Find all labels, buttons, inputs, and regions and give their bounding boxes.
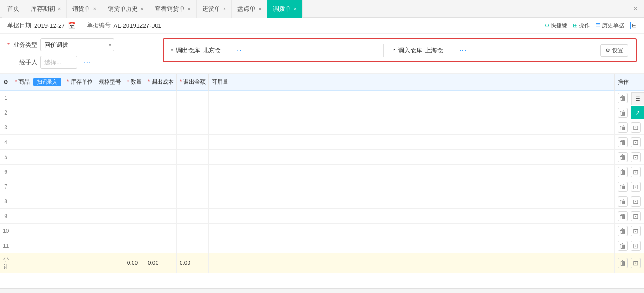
tab-inventory-init[interactable]: 库存期初 × — [25, 0, 67, 18]
view-toggle-btn[interactable]: ⊟ — [632, 22, 637, 29]
row-product[interactable] — [12, 135, 64, 150]
row-avail — [208, 238, 614, 253]
delete-icon[interactable]: 🗑 — [618, 93, 628, 103]
copy-icon[interactable]: ⊡ — [631, 258, 641, 268]
close-all-tabs[interactable]: × — [629, 5, 642, 13]
scan-button[interactable]: 扫码录入 — [33, 78, 61, 86]
copy-icon[interactable]: ⊡ — [631, 211, 641, 221]
close-tab-purchase[interactable]: × — [223, 6, 226, 12]
delete-icon[interactable]: 🗑 — [618, 122, 628, 133]
table-row: 7 🗑 ⊡ — [0, 179, 644, 194]
copy-icon[interactable]: ⊡ — [631, 122, 641, 133]
form-area: * 业务类型 同价调拨 ▾ 经手人 选择... ··· * 调出仓库 北京仓 — [0, 34, 644, 74]
copy-icon[interactable]: ⊡ — [631, 241, 641, 251]
row-qty — [124, 238, 145, 253]
row-unit — [64, 135, 96, 150]
business-type-select[interactable]: 同价调拨 — [40, 38, 114, 51]
delete-icon[interactable]: 🗑 — [618, 182, 628, 192]
settings-button[interactable]: ⚙ 设置 — [600, 44, 628, 57]
close-tab-transfer[interactable]: × — [294, 6, 297, 12]
tab-sales-history[interactable]: 销货单历史 × — [102, 0, 149, 18]
shortcut-btn[interactable]: ⊙ 快捷键 — [545, 22, 567, 30]
close-tab-sales-order[interactable]: × — [93, 6, 96, 12]
row-cost — [145, 91, 176, 105]
row-product[interactable] — [12, 150, 64, 165]
warehouse-out-more-btn[interactable]: ··· — [237, 46, 244, 55]
close-tab-inventory-init[interactable]: × — [58, 6, 61, 12]
warehouse-in-required: * — [393, 47, 395, 54]
row-product[interactable] — [12, 238, 64, 253]
copy-icon[interactable]: ⊡ — [631, 167, 641, 177]
warehouse-section: * 调出仓库 北京仓 ··· * 调入仓库 上海仓 ··· ⚙ 设置 — [163, 38, 637, 62]
row-product[interactable] — [12, 105, 64, 120]
delete-icon[interactable]: 🗑 — [618, 196, 628, 207]
row-product[interactable] — [12, 209, 64, 224]
copy-icon[interactable]: ⊡ — [631, 226, 641, 236]
row-qty — [124, 105, 145, 120]
row-unit — [64, 209, 96, 224]
row-product[interactable] — [12, 165, 64, 179]
tab-view-sales[interactable]: 查看销货单 × — [149, 0, 196, 18]
delete-icon[interactable]: 🗑 — [618, 167, 628, 177]
row-unit — [64, 150, 96, 165]
tab-inventory-check[interactable]: 盘点单 × — [232, 0, 267, 18]
business-type-select-wrapper[interactable]: 同价调拨 ▾ — [40, 38, 114, 51]
close-tab-view-sales[interactable]: × — [188, 6, 190, 12]
row-spec — [96, 91, 124, 105]
row-unit — [64, 105, 96, 120]
row-avail — [208, 135, 614, 150]
right-tool-expand[interactable]: ↗ — [631, 106, 644, 119]
close-tab-inventory-check[interactable]: × — [258, 6, 261, 12]
row-avail — [208, 209, 614, 224]
row-product[interactable] — [12, 194, 64, 209]
person-more-btn[interactable]: ··· — [84, 58, 91, 67]
copy-icon[interactable]: ⊡ — [631, 196, 641, 207]
delete-icon[interactable]: 🗑 — [618, 108, 628, 118]
row-spec — [96, 135, 124, 150]
delete-icon[interactable]: 🗑 — [618, 137, 628, 147]
delete-icon[interactable]: 🗑 — [618, 226, 628, 236]
table-row: 5 🗑 ⊡ — [0, 150, 644, 165]
person-placeholder[interactable]: 选择... — [40, 56, 77, 69]
th-qty: * 数量 — [124, 74, 145, 91]
th-ops: 操作 — [615, 74, 644, 91]
right-tool-list[interactable]: ☰ — [631, 92, 644, 105]
tab-purchase[interactable]: 进货单 × — [197, 0, 232, 18]
delete-icon[interactable]: 🗑 — [618, 211, 628, 221]
tab-home[interactable]: 首页 — [2, 0, 25, 18]
tab-sales-order[interactable]: 销货单 × — [67, 0, 102, 18]
ops-btn[interactable]: ⊞ 操作 — [573, 22, 590, 30]
table-header-row: ⚙ * 商品 扫码录入 * 库存单位 规格型号 * — [0, 74, 644, 91]
row-product[interactable] — [12, 91, 64, 105]
th-gear[interactable]: ⚙ — [0, 74, 12, 91]
row-qty — [124, 209, 145, 224]
copy-icon[interactable]: ⊡ — [631, 137, 641, 147]
calendar-icon[interactable]: 📅 — [68, 22, 76, 29]
row-cost — [145, 179, 176, 194]
row-num: 2 — [0, 105, 12, 120]
row-avail — [208, 224, 614, 238]
close-tab-sales-history[interactable]: × — [140, 6, 143, 12]
date-value: 2019-12-27 — [34, 22, 65, 29]
history-btn[interactable]: ☰ 历史单据 — [595, 22, 624, 30]
copy-icon[interactable]: ⊡ — [631, 182, 641, 192]
row-num: 7 — [0, 179, 12, 194]
warehouse-in-more-btn[interactable]: ··· — [459, 46, 467, 55]
subtotal-label: 小计 — [0, 253, 12, 273]
copy-icon[interactable]: ⊡ — [631, 152, 641, 162]
subtotal-ops: 🗑 ⊡ — [615, 253, 644, 273]
delete-icon[interactable]: 🗑 — [618, 241, 628, 251]
row-qty — [124, 194, 145, 209]
scrollbar-area[interactable] — [0, 288, 644, 293]
main-content: 单据日期 2019-12-27 📅 单据编号 AL-20191227-001 ⊙… — [0, 18, 644, 293]
row-amount — [176, 135, 208, 150]
row-product[interactable] — [12, 120, 64, 135]
header-actions: ⊙ 快捷键 ⊞ 操作 ☰ 历史单据 ⊟ — [545, 22, 637, 30]
delete-icon[interactable]: 🗑 — [618, 152, 628, 162]
row-product[interactable] — [12, 179, 64, 194]
subtotal-amount: 0.00 — [176, 253, 208, 273]
row-product[interactable] — [12, 224, 64, 238]
row-avail — [208, 165, 614, 179]
delete-icon[interactable]: 🗑 — [618, 258, 628, 268]
tab-transfer[interactable]: 调拨单 × — [267, 0, 303, 18]
